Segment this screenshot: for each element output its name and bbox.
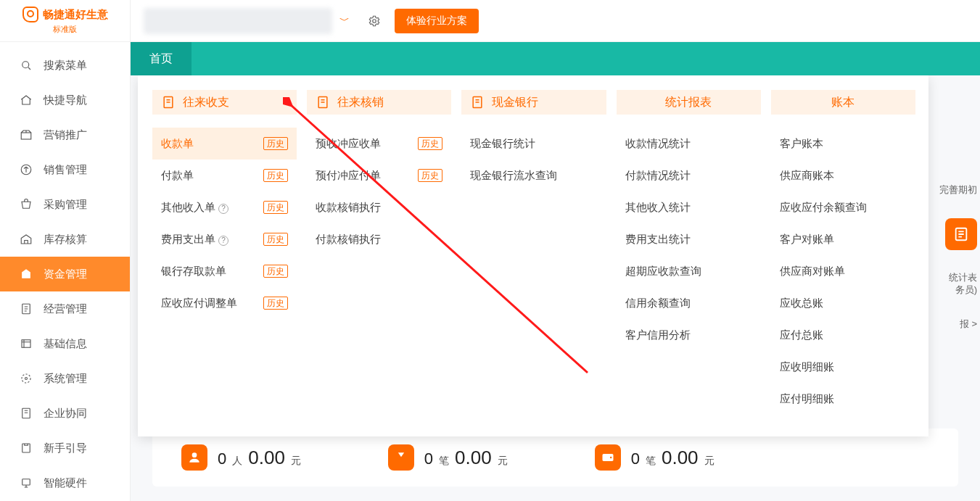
- chevron-down-icon[interactable]: ﹀: [339, 15, 350, 28]
- history-tag[interactable]: 历史: [418, 137, 442, 150]
- flyout-item[interactable]: 应收应付调整单历史: [152, 287, 297, 319]
- side-nav: 搜索菜单快捷导航营销推广销售管理采购管理库存核算资金管理经营管理基础信息系统管理…: [0, 42, 130, 500]
- sidebar-item-stock[interactable]: 库存核算: [0, 222, 130, 257]
- help-icon[interactable]: ?: [218, 204, 228, 214]
- helper-badge-icon[interactable]: [945, 218, 977, 250]
- industry-plan-button[interactable]: 体验行业方案: [395, 9, 479, 33]
- flyout-heading: 现金银行: [461, 90, 606, 115]
- svg-rect-7: [22, 408, 30, 418]
- logo-mark-icon: [22, 7, 38, 22]
- sidebar-item-nav[interactable]: 快捷导航: [0, 83, 130, 117]
- sidebar-item-market[interactable]: 营销推广: [0, 117, 130, 152]
- flyout-item[interactable]: 收款情况统计: [617, 128, 761, 160]
- sidebar-item-label: 企业协同: [44, 407, 87, 421]
- stat-card-3: 0笔 0.00元: [595, 444, 715, 471]
- flyout-item[interactable]: 收款核销执行: [307, 191, 451, 223]
- flyout-item-label: 收款单: [161, 137, 194, 151]
- svg-rect-4: [22, 340, 30, 348]
- finance-icon: [19, 268, 33, 281]
- people-icon: [181, 444, 207, 471]
- company-selector[interactable]: [144, 8, 332, 34]
- flyout-item[interactable]: 供应商账本: [771, 160, 915, 191]
- sidebar-item-label: 新手引导: [44, 442, 87, 455]
- flyout-item[interactable]: 收款单历史: [152, 128, 297, 160]
- tab-label: 首页: [149, 51, 173, 67]
- basic-icon: [19, 337, 33, 350]
- flyout-item[interactable]: 客户信用分析: [617, 319, 761, 351]
- flyout-item[interactable]: 银行存取款单历史: [152, 255, 297, 287]
- flyout-item[interactable]: 现金银行流水查询: [461, 160, 606, 191]
- sidebar-item-basic[interactable]: 基础信息: [0, 326, 130, 361]
- history-tag[interactable]: 历史: [263, 297, 288, 310]
- sidebar-item-coop[interactable]: 企业协同: [0, 396, 130, 431]
- content-area: 完善期初 统计表务员) 报 > 往来收支收款单历史付款单历史其他收入单?历史费用…: [131, 75, 980, 501]
- sidebar-item-finance[interactable]: 资金管理: [0, 257, 130, 291]
- topbar: ﹀ 体验行业方案: [131, 0, 980, 42]
- history-tag[interactable]: 历史: [263, 233, 288, 246]
- flyout-item-label: 超期应收款查询: [625, 265, 701, 278]
- lower-stats-row: 0人 0.00元 0笔 0.00元: [152, 428, 958, 486]
- coop-icon: [19, 407, 33, 420]
- flyout-item-label: 客户对账单: [780, 233, 834, 247]
- flyout-heading-title: 统计报表: [665, 95, 712, 110]
- sidebar-item-label: 搜索菜单: [44, 59, 87, 73]
- gear-icon[interactable]: [364, 11, 384, 31]
- sidebar-item-label: 智能硬件: [44, 476, 87, 490]
- history-tag[interactable]: 历史: [263, 169, 288, 182]
- flyout-item[interactable]: 信用余额查询: [617, 287, 761, 319]
- sidebar: 畅捷通好生意 标准版 搜索菜单快捷导航营销推广销售管理采购管理库存核算资金管理经…: [0, 0, 131, 501]
- flyout-item[interactable]: 应收应付余额查询: [771, 191, 915, 223]
- flyout-item[interactable]: 其他收入统计: [617, 191, 761, 223]
- flyout-item-label: 费用支出统计: [625, 233, 691, 247]
- history-tag[interactable]: 历史: [263, 137, 288, 150]
- flyout-item[interactable]: 客户账本: [771, 128, 915, 160]
- flyout-item-label: 收款情况统计: [625, 137, 691, 151]
- tab-home[interactable]: 首页: [131, 42, 192, 75]
- flyout-item[interactable]: 应收明细账: [771, 351, 915, 383]
- flyout-item[interactable]: 付款情况统计: [617, 160, 761, 191]
- sidebar-item-search[interactable]: 搜索菜单: [0, 48, 130, 83]
- flyout-item[interactable]: 现金银行统计: [461, 128, 606, 160]
- sidebar-item-sales[interactable]: 销售管理: [0, 152, 130, 187]
- flyout-heading-title: 往来收支: [183, 95, 229, 110]
- doc-icon: [470, 95, 485, 109]
- flyout-item[interactable]: 供应商对账单: [771, 255, 915, 287]
- flyout-item[interactable]: 其他收入单?历史: [152, 191, 297, 223]
- history-tag[interactable]: 历史: [263, 265, 288, 278]
- sidebar-item-label: 基础信息: [44, 337, 87, 351]
- sales-icon: [19, 163, 33, 176]
- logo: 畅捷通好生意 标准版: [0, 0, 130, 42]
- sidebar-item-label: 资金管理: [44, 268, 87, 281]
- stock-icon: [19, 233, 33, 246]
- flyout-item[interactable]: 超期应收款查询: [617, 255, 761, 287]
- flyout-item-label: 预收冲应收单: [316, 137, 381, 151]
- flyout-item-label: 供应商账本: [780, 169, 834, 183]
- flyout-item[interactable]: 应付明细账: [771, 383, 915, 415]
- flyout-item[interactable]: 付款核销执行: [307, 223, 451, 255]
- flyout-item[interactable]: 付款单历史: [152, 160, 297, 191]
- help-icon[interactable]: ?: [218, 236, 228, 246]
- market-icon: [19, 128, 33, 141]
- sidebar-item-system[interactable]: 系统管理: [0, 361, 130, 396]
- flyout-item[interactable]: 客户对账单: [771, 223, 915, 255]
- right-helpers: 完善期初 统计表务员) 报 >: [929, 184, 980, 331]
- flyout-item-label: 应付明细账: [780, 392, 834, 406]
- sidebar-item-hardware[interactable]: 智能硬件: [0, 465, 130, 500]
- sidebar-item-purchase[interactable]: 采购管理: [0, 187, 130, 222]
- flyout-item[interactable]: 应付总账: [771, 319, 915, 351]
- flyout-item[interactable]: 费用支出统计: [617, 223, 761, 255]
- sidebar-item-operate[interactable]: 经营管理: [0, 291, 130, 326]
- logo-subtitle: 标准版: [53, 24, 77, 35]
- history-tag[interactable]: 历史: [418, 169, 442, 182]
- flyout-item-label: 银行存取款单: [161, 265, 226, 278]
- sidebar-item-label: 系统管理: [44, 372, 87, 386]
- flyout-item[interactable]: 费用支出单?历史: [152, 223, 297, 255]
- history-tag[interactable]: 历史: [263, 201, 288, 214]
- flyout-item[interactable]: 预收冲应收单历史: [307, 128, 451, 160]
- sidebar-item-label: 销售管理: [44, 163, 87, 177]
- system-icon: [19, 372, 33, 385]
- flyout-item[interactable]: 预付冲应付单历史: [307, 160, 451, 191]
- flyout-item[interactable]: 应收总账: [771, 287, 915, 319]
- sidebar-item-newbie[interactable]: 新手引导: [0, 431, 130, 465]
- svg-rect-9: [22, 479, 30, 485]
